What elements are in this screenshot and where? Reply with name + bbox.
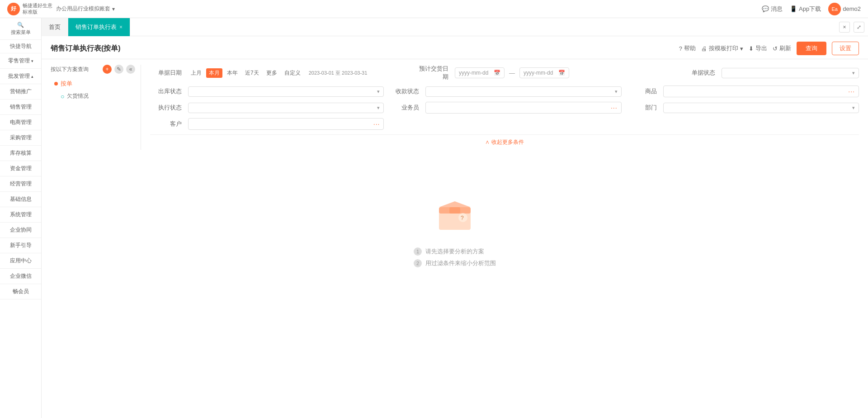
svg-marker-2 bbox=[439, 201, 471, 207]
empty-step-1: 1 请先选择要分析的方案 bbox=[414, 246, 496, 257]
close-window-icon: × bbox=[843, 24, 846, 30]
department-select[interactable]: ▾ bbox=[663, 103, 859, 113]
top-bar: 好 畅捷通好生意 标准版 办公用品行业模拟账套 ▾ 💬 消息 📱 App下载 E… bbox=[0, 0, 868, 18]
sidebar-item-appstore[interactable]: 应用中心 bbox=[0, 253, 41, 268]
sidebar-item-wechat[interactable]: 企业微信 bbox=[0, 269, 41, 284]
filter-edit-scheme-button[interactable]: ✎ bbox=[114, 65, 123, 74]
print-button[interactable]: 🖨 按模板打印 ▾ bbox=[701, 44, 743, 52]
filter-cell-salesperson: 业务员 ··· bbox=[387, 102, 621, 114]
sidebar-item-sales[interactable]: 销售管理 bbox=[0, 100, 41, 114]
collection-status-select[interactable]: ▾ bbox=[425, 86, 621, 97]
tab-close-window-button[interactable]: × bbox=[839, 22, 850, 33]
breadcrumb-area[interactable]: 办公用品行业模拟账套 ▾ bbox=[56, 5, 115, 13]
sidebar-enterprise-label: 企业协同 bbox=[10, 226, 32, 234]
filter-collapse-panel-button[interactable]: « bbox=[126, 65, 135, 74]
empty-steps-text: 1 请先选择要分析的方案 2 用过滤条件来缩小分析范围 bbox=[414, 246, 496, 269]
svg-rect-3 bbox=[449, 207, 460, 214]
sidebar-item-finance[interactable]: 资金管理 bbox=[0, 161, 41, 176]
collection-status-arrow-icon: ▾ bbox=[615, 89, 618, 95]
date-shortcut-more[interactable]: 更多 bbox=[264, 68, 280, 78]
sidebar-item-ecommerce[interactable]: 电商管理 bbox=[0, 115, 41, 130]
salesperson-select[interactable]: ··· bbox=[425, 102, 621, 114]
sidebar-item-basic[interactable]: 基础信息 bbox=[0, 192, 41, 207]
help-button[interactable]: ? 帮助 bbox=[679, 44, 696, 52]
tab-maximize-button[interactable]: ⤢ bbox=[854, 22, 864, 33]
export-button[interactable]: ⬇ 导出 bbox=[749, 44, 767, 52]
sidebar-section-wechat: 企业微信 bbox=[0, 269, 41, 284]
date-shortcut-thisyear[interactable]: 本年 bbox=[224, 68, 241, 78]
sidebar-section-purchase: 采购管理 bbox=[0, 130, 41, 146]
date-shortcut-7days[interactable]: 近7天 bbox=[242, 68, 262, 78]
sidebar-section-finance: 资金管理 bbox=[0, 161, 41, 176]
sidebar-marketing-label: 营销推广 bbox=[10, 88, 32, 95]
sidebar-section-wholesale: 批发管理 ▴ bbox=[0, 69, 41, 84]
sidebar-member-label: 畅会员 bbox=[13, 288, 29, 295]
sidebar-item-purchase[interactable]: 采购管理 bbox=[0, 130, 41, 145]
settings-button[interactable]: 设置 bbox=[832, 42, 859, 55]
sidebar-quick-nav[interactable]: 快捷导航 bbox=[0, 40, 41, 53]
sidebar-item-newuser[interactable]: 新手引导 bbox=[0, 238, 41, 253]
filter-sub-item-shortage[interactable]: ○ 欠货情况 bbox=[51, 90, 135, 102]
sidebar-item-member[interactable]: 畅会员 bbox=[0, 284, 41, 299]
delivery-status-select[interactable]: ▾ bbox=[188, 86, 384, 97]
sidebar-item-marketing[interactable]: 营销推广 bbox=[0, 84, 41, 99]
filter-left-panel: 按以下方案查询 + ✎ « 按单 bbox=[51, 65, 141, 150]
tab-sales-order[interactable]: 销售订单执行表 × bbox=[68, 18, 130, 36]
sidebar-wholesale-label: 批发管理 bbox=[8, 72, 30, 80]
message-icon: 💬 bbox=[762, 5, 769, 12]
user-area[interactable]: Ea demo2 bbox=[828, 3, 861, 15]
sidebar-section-system: 系统管理 bbox=[0, 207, 41, 223]
sidebar-section-newuser: 新手引导 bbox=[0, 238, 41, 253]
app-download-button[interactable]: 📱 App下载 bbox=[790, 5, 821, 13]
sidebar-section-marketing: 营销推广 bbox=[0, 84, 41, 100]
avatar: Ea bbox=[828, 3, 841, 15]
date-label: 单据日期 bbox=[150, 69, 182, 77]
date-shortcut-lastmonth[interactable]: 上月 bbox=[188, 68, 204, 78]
sidebar-inventory-label: 库存核算 bbox=[10, 149, 32, 157]
filter-area: 按以下方案查询 + ✎ « 按单 bbox=[42, 59, 868, 155]
query-button[interactable]: 查询 bbox=[797, 42, 826, 55]
collapse-more-conditions-button[interactable]: ∧ 收起更多条件 bbox=[150, 134, 859, 150]
sidebar-item-inventory[interactable]: 库存核算 bbox=[0, 146, 41, 161]
filter-add-scheme-button[interactable]: + bbox=[103, 65, 112, 74]
goods-label: 商品 bbox=[625, 87, 657, 95]
svg-text:?: ? bbox=[461, 215, 464, 221]
export-icon: ⬇ bbox=[749, 45, 754, 52]
app-download-label: App下载 bbox=[799, 5, 821, 13]
date-shortcut-custom[interactable]: 自定义 bbox=[282, 68, 303, 78]
empty-box-illustration: ? bbox=[432, 191, 477, 237]
filter-scheme-ops: + ✎ « bbox=[103, 65, 135, 74]
search-icon: 🔍 bbox=[17, 22, 24, 28]
salesperson-dots-icon: ··· bbox=[611, 104, 618, 111]
sidebar-purchase-label: 采购管理 bbox=[10, 134, 32, 142]
print-arrow-icon: ▾ bbox=[740, 45, 743, 52]
status-select[interactable]: ▾ bbox=[722, 68, 859, 78]
scheme-active-dot bbox=[54, 82, 58, 86]
calendar-end-icon: 📅 bbox=[558, 70, 565, 76]
customer-select[interactable]: ··· bbox=[188, 118, 384, 130]
refresh-label: 刷新 bbox=[779, 44, 791, 52]
filter-cell-customer: 客户 ··· bbox=[150, 118, 384, 130]
expected-date-start-input[interactable]: yyyy-mm-dd 📅 bbox=[455, 67, 505, 78]
sidebar-item-wholesale[interactable]: 批发管理 ▴ bbox=[0, 69, 41, 84]
empty-state: ? 1 请先选择要分析的方案 2 用过滤条件来缩小分析范围 bbox=[42, 155, 868, 305]
tab-close-icon[interactable]: × bbox=[119, 24, 123, 30]
sidebar-item-enterprise[interactable]: 企业协同 bbox=[0, 223, 41, 238]
sidebar-item-retail[interactable]: 零售管理 ▾ bbox=[0, 53, 41, 68]
date-shortcut-thismonth[interactable]: 本月 bbox=[206, 68, 222, 78]
sidebar-item-operations[interactable]: 经营管理 bbox=[0, 176, 41, 191]
tab-home[interactable]: 首页 bbox=[42, 18, 68, 36]
execution-status-select[interactable]: ▾ bbox=[188, 103, 384, 113]
step-1-number: 1 bbox=[414, 247, 422, 256]
refresh-button[interactable]: ↺ 刷新 bbox=[773, 44, 791, 52]
sidebar-item-system[interactable]: 系统管理 bbox=[0, 207, 41, 222]
message-button[interactable]: 💬 消息 bbox=[762, 5, 783, 13]
expected-date-end-input[interactable]: yyyy-mm-dd 📅 bbox=[519, 67, 569, 78]
goods-select[interactable]: ··· bbox=[663, 86, 859, 97]
breadcrumb-label: 办公用品行业模拟账套 bbox=[56, 5, 110, 13]
filter-scheme-item-by-order[interactable]: 按单 bbox=[51, 77, 135, 90]
sidebar-wechat-label: 企业微信 bbox=[10, 272, 32, 280]
sidebar-section-ecommerce: 电商管理 bbox=[0, 115, 41, 130]
tab-bar-actions: × ⤢ bbox=[839, 22, 868, 33]
sidebar-search[interactable]: 🔍 搜索菜单 bbox=[0, 18, 41, 40]
